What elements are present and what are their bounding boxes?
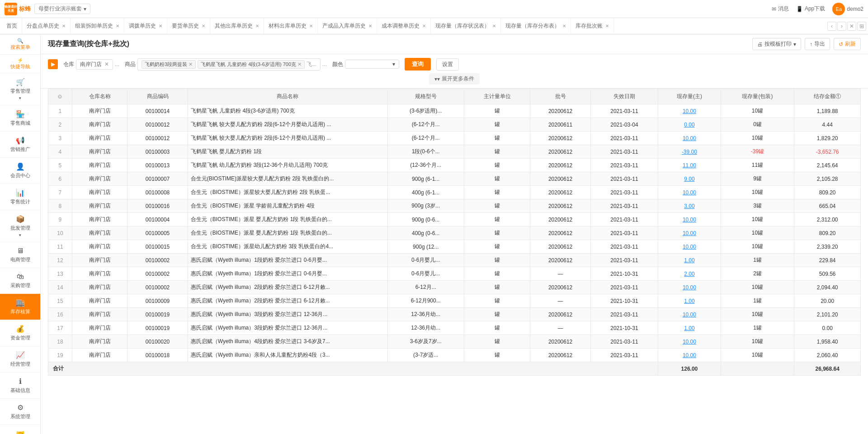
tab-material-out[interactable]: 材料出库单历史 ✕ (264, 18, 318, 34)
warehouse-label: 仓库 (63, 61, 74, 68)
cell-qty-main[interactable]: 2.00 (658, 267, 721, 281)
close-icon[interactable]: ✕ (562, 24, 566, 28)
cell-qty-main[interactable]: 10.00 (658, 349, 721, 362)
expand-more-btn[interactable]: ▾▾ 展开更多条件 (429, 73, 480, 85)
cell-qty-main[interactable]: 10.00 (658, 186, 721, 199)
remove-warehouse-icon[interactable]: ✕ (104, 61, 109, 67)
sidebar-item-basic-info[interactable]: ℹ 基础信息 (0, 373, 40, 399)
cell-qty-main[interactable]: 10.00 (658, 281, 721, 294)
tab-next-arrow[interactable]: › (837, 22, 846, 31)
print-btn[interactable]: 🖨 按模板打印 ▾ (752, 38, 801, 50)
close-icon[interactable]: ✕ (116, 24, 119, 28)
sidebar-item-batch-mgmt[interactable]: 📦 批发管理 ▾ (0, 210, 40, 242)
warehouse-tag[interactable]: 南岸门店 ✕ (76, 59, 113, 70)
remove-chip-icon[interactable]: ✕ (189, 61, 193, 67)
refresh-btn[interactable]: ↺ 刷新 (834, 38, 861, 50)
account-dropdown[interactable]: 母婴行业演示账套 ▾ (34, 4, 90, 14)
cell-qty-main[interactable]: 10.00 (658, 226, 721, 240)
th-gear[interactable]: ⚙ (48, 89, 72, 104)
color-input[interactable]: ▾ (345, 60, 399, 69)
sidebar-item-marketing[interactable]: 📢 营销推广 (0, 132, 40, 158)
close-icon[interactable]: ✕ (255, 24, 259, 28)
tab-fen-pan[interactable]: 分盘点单历史 ✕ (22, 18, 71, 34)
product-chip-1[interactable]: 飞鹤奶粉3段两提装 ✕ (142, 60, 196, 69)
tab-yao-huo[interactable]: 要货单历史 ✕ (167, 18, 210, 34)
app-download-btn[interactable]: 📱 App下载 (796, 5, 825, 13)
sidebar-item-sys-mgmt[interactable]: ⚙ 系统管理 (0, 399, 40, 425)
sidebar-item-enterprise[interactable]: 🤝 企业协同 (0, 425, 40, 434)
cell-qty-main[interactable]: 10.00 (658, 132, 721, 145)
cell-qty-main[interactable]: 1.00 (658, 254, 721, 267)
th-amount: 结存金额① (794, 89, 861, 104)
cell-qty-main[interactable]: 10.00 (658, 240, 721, 254)
export-btn[interactable]: ↑ 导出 (805, 38, 830, 50)
product-chip-2[interactable]: 飞鹤星飞帆 儿童奶粉 4段(3-6岁适用) 700克 ✕ (198, 60, 305, 69)
total-amount: 26,968.64 (794, 362, 861, 376)
tab-stock-dist[interactable]: 现存量（库存分布表） ✕ (501, 18, 571, 34)
cell-qty-pack: 10罐 (721, 240, 794, 254)
close-icon[interactable]: ✕ (309, 24, 313, 28)
tab-batch-ledger[interactable]: 库存批次账 ✕ (571, 18, 614, 34)
sidebar-item-retail-mgmt[interactable]: 🛒 零售管理 ▾ (0, 73, 40, 105)
tab-home[interactable]: 首页 (2, 18, 22, 34)
close-icon[interactable]: ✕ (202, 24, 205, 28)
cell-qty-main[interactable]: 10.00 (658, 308, 721, 321)
close-icon[interactable]: ✕ (492, 24, 496, 28)
cell-qty-main[interactable]: 1.00 (658, 321, 721, 335)
cell-expire: 2021-03-11 (590, 159, 658, 172)
close-icon[interactable]: ✕ (422, 24, 426, 28)
tab-prev-arrow[interactable]: ‹ (827, 22, 836, 31)
close-icon[interactable]: ✕ (605, 24, 609, 28)
cell-qty-main[interactable]: 1.00 (658, 294, 721, 308)
tab-close-icon[interactable]: ✕ (847, 22, 856, 31)
product-more-btn[interactable]: 飞... (307, 61, 316, 68)
cell-qty-main[interactable]: 9.00 (658, 172, 721, 186)
sidebar-item-ecommerce[interactable]: 🖥 电商管理 (0, 242, 40, 268)
chevron-right-icon: ▾ (19, 96, 21, 100)
chip-label: 飞鹤星飞帆 儿童奶粉 4段(3-6岁适用) 700克 (201, 61, 296, 68)
product-ellipsis-btn[interactable]: ... (322, 61, 327, 67)
tab-stock-status[interactable]: 现存量（库存状况表） ✕ (431, 18, 501, 34)
cell-qty-main[interactable]: 3.00 (658, 199, 721, 213)
tab-expand-icon[interactable]: ⊞ (857, 22, 866, 31)
setting-btn[interactable]: 设置 (436, 58, 459, 71)
tab-other-out[interactable]: 其他出库单历史 ✕ (210, 18, 264, 34)
close-icon[interactable]: ✕ (368, 24, 372, 28)
cell-name: 惠氏启赋（Wyeth illuma）1段奶粉 爱尔兰进口 0-6月婴... (188, 254, 387, 267)
table-row: 5 南岸门店 00100013 飞鹤星飞帆 幼儿配方奶粉 3段(12-36个月幼… (48, 159, 861, 172)
close-icon[interactable]: ✕ (159, 24, 162, 28)
cell-qty-main[interactable]: 11.00 (658, 159, 721, 172)
message-btn[interactable]: ✉ 消息 (772, 5, 789, 13)
sidebar-item-retail-stat[interactable]: 📊 零售统计 (0, 184, 40, 210)
sidebar-item-retail-shop[interactable]: 🏪 零售商城 (0, 105, 40, 132)
sidebar-item-purchase[interactable]: 🛍 采购管理 (0, 268, 40, 294)
cell-amount: 809.20 (794, 186, 861, 199)
search-btn[interactable]: 查询 (405, 58, 431, 71)
cell-name: 惠氏启赋（Wyeth illuma）3段奶粉 爱尔兰进口 12-36月... (188, 321, 387, 335)
cell-qty-main[interactable]: 0.00 (658, 118, 721, 132)
cell-qty-main[interactable]: 10.00 (658, 104, 721, 118)
cell-qty-main[interactable]: -39.00 (658, 145, 721, 159)
cell-expire: 2021-03-04 (590, 118, 658, 132)
tab-cost-adjust[interactable]: 成本调整单历史 ✕ (377, 18, 431, 34)
user-profile-btn[interactable]: Ea demo2 (832, 3, 863, 15)
cell-qty-main[interactable]: 10.00 (658, 335, 721, 349)
column-settings-icon[interactable]: ⚙ (57, 94, 62, 100)
sidebar-search[interactable]: 🔍 搜索菜单 (0, 34, 40, 55)
cell-amount: 2,094.40 (794, 281, 861, 294)
close-icon[interactable]: ✕ (62, 24, 66, 28)
cell-qty-main[interactable]: 10.00 (658, 213, 721, 226)
warehouse-more-btn[interactable]: ... (115, 61, 119, 67)
tab-tiao-bo[interactable]: 调拨单历史 ✕ (124, 18, 167, 34)
sidebar-item-warehouse[interactable]: 🏬 库存核算 (0, 294, 40, 320)
sidebar-item-finance[interactable]: 💰 资金管理 (0, 320, 40, 346)
filter-toggle-btn[interactable]: ▶ (48, 59, 58, 69)
sidebar-quick-nav[interactable]: ⚡ 快捷导航 (0, 55, 40, 73)
tab-product-in[interactable]: 产成品入库单历史 ✕ (318, 18, 377, 34)
sidebar-item-operations[interactable]: 📈 经营管理 (0, 346, 40, 373)
product-input-area[interactable]: 飞鹤奶粉3段两提装 ✕ 飞鹤星飞帆 儿童奶粉 4段(3-6岁适用) 700克 ✕… (137, 58, 321, 71)
sidebar-item-member[interactable]: 👤 会员中心 (0, 158, 40, 184)
tab-zu-chai[interactable]: 组装拆卸单历史 ✕ (71, 18, 124, 34)
remove-chip-icon[interactable]: ✕ (297, 61, 302, 67)
cell-code: 00100013 (127, 159, 188, 172)
